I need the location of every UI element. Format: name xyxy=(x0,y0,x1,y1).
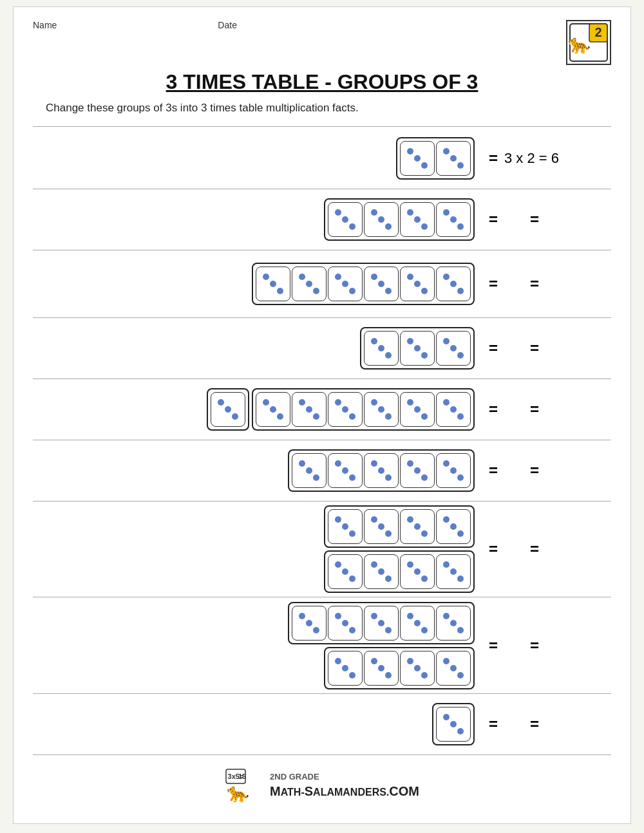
svg-point-120 xyxy=(421,627,428,633)
svg-point-104 xyxy=(414,568,421,575)
svg-point-78 xyxy=(385,474,392,481)
svg-point-131 xyxy=(414,665,421,671)
die xyxy=(436,509,471,544)
svg-point-32 xyxy=(378,281,384,287)
equals-sign: = xyxy=(489,149,498,167)
worksheet-page: Name Date 2 🐆 3 TIMES TABLE - GROUPS OF … xyxy=(13,6,631,824)
svg-point-49 xyxy=(218,399,224,406)
table-row: = = xyxy=(33,189,611,250)
svg-point-26 xyxy=(306,281,312,287)
svg-point-103 xyxy=(407,561,413,568)
svg-point-53 xyxy=(270,406,276,413)
dice-area-8 xyxy=(33,601,482,691)
dice-area-1 xyxy=(33,136,482,181)
die xyxy=(436,141,471,176)
equals-sign-2: = xyxy=(530,275,539,293)
svg-point-125 xyxy=(342,665,348,671)
svg-point-18 xyxy=(421,223,428,230)
svg-point-129 xyxy=(385,672,392,679)
svg-point-85 xyxy=(335,516,341,523)
dice-area-5 xyxy=(33,387,482,432)
svg-point-37 xyxy=(443,274,450,280)
svg-point-30 xyxy=(349,288,355,294)
svg-point-31 xyxy=(371,274,377,280)
svg-text:🐆: 🐆 xyxy=(227,782,249,803)
dice-group-5 xyxy=(252,388,475,431)
svg-point-77 xyxy=(378,467,384,474)
svg-point-102 xyxy=(385,576,392,582)
svg-point-14 xyxy=(378,216,384,223)
die xyxy=(256,267,290,301)
die xyxy=(364,267,399,301)
svg-point-25 xyxy=(299,274,305,280)
svg-point-38 xyxy=(450,281,457,287)
svg-point-111 xyxy=(313,627,319,633)
die xyxy=(436,707,471,742)
die xyxy=(292,606,327,641)
svg-point-93 xyxy=(421,530,428,537)
svg-point-91 xyxy=(407,516,413,523)
svg-point-92 xyxy=(414,523,421,530)
equals-area-9: = = xyxy=(482,715,611,733)
svg-point-64 xyxy=(407,399,413,406)
svg-point-101 xyxy=(378,568,384,575)
die xyxy=(292,392,327,427)
svg-point-99 xyxy=(349,576,355,582)
svg-text:2: 2 xyxy=(594,25,601,39)
table-row: = = xyxy=(33,250,611,318)
date-label: Date xyxy=(218,20,237,30)
subtitle: Change these groups of 3s into 3 times t… xyxy=(46,102,611,115)
dice-group-6 xyxy=(288,449,475,492)
svg-point-10 xyxy=(335,209,341,216)
svg-point-46 xyxy=(443,338,450,344)
die xyxy=(400,509,435,544)
equals-area-2: = = xyxy=(482,211,611,229)
die xyxy=(400,453,435,488)
svg-point-42 xyxy=(385,352,392,359)
svg-point-15 xyxy=(385,223,392,230)
svg-point-39 xyxy=(457,288,464,294)
equals-sign: = xyxy=(489,637,498,655)
die xyxy=(328,392,363,427)
svg-point-72 xyxy=(313,474,319,481)
table-row: = 3 x 2 = 6 xyxy=(33,128,611,189)
die xyxy=(328,509,363,544)
footer: 3x5= 15 🐆 2ND GRADE MATH-SALAMANDERS.COM xyxy=(33,768,611,803)
die xyxy=(328,453,363,488)
svg-point-56 xyxy=(306,406,312,413)
dice-group-3 xyxy=(252,263,475,305)
svg-point-6 xyxy=(421,162,428,169)
svg-point-73 xyxy=(335,460,341,467)
die xyxy=(211,392,245,427)
svg-point-17 xyxy=(414,216,421,223)
svg-point-35 xyxy=(414,281,421,287)
svg-point-74 xyxy=(342,467,348,474)
svg-point-24 xyxy=(277,288,283,294)
name-label: Name xyxy=(33,20,57,30)
die xyxy=(328,651,363,686)
svg-point-69 xyxy=(457,413,464,420)
dice-group-1 xyxy=(396,137,475,180)
equals-sign: = xyxy=(489,400,498,418)
die xyxy=(328,267,363,301)
svg-point-107 xyxy=(450,568,457,575)
die xyxy=(400,331,435,366)
footer-site: MATH-SALAMANDERS.COM xyxy=(270,782,419,800)
name-date-fields: Name Date xyxy=(33,20,237,30)
die xyxy=(436,331,471,366)
die xyxy=(328,202,363,237)
rows-container: = 3 x 2 = 6 = = xyxy=(33,128,611,755)
die xyxy=(364,651,399,686)
svg-point-95 xyxy=(450,523,457,530)
svg-point-13 xyxy=(371,209,377,216)
svg-point-40 xyxy=(371,338,377,344)
svg-point-122 xyxy=(450,620,457,626)
die xyxy=(364,331,399,366)
svg-point-70 xyxy=(299,460,305,467)
svg-point-98 xyxy=(342,568,348,575)
svg-point-66 xyxy=(421,413,428,420)
svg-point-116 xyxy=(378,620,384,626)
equals-sign-2: = xyxy=(530,339,539,357)
equals-sign: = xyxy=(489,715,498,733)
dice-area-7 xyxy=(33,504,482,594)
